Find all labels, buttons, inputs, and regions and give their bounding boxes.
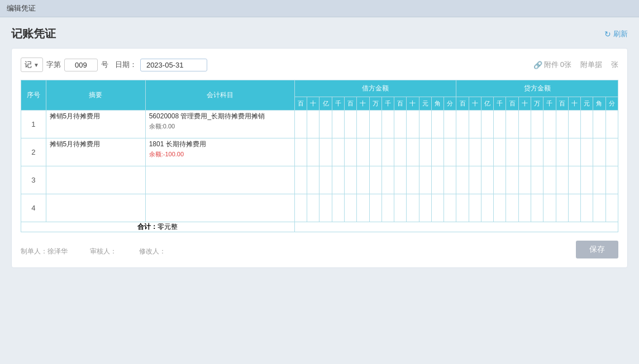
debit-value-9[interactable] (407, 138, 419, 166)
debit-value-9[interactable] (407, 166, 419, 194)
credit-value-5[interactable] (518, 111, 531, 138)
debit-value-6[interactable] (369, 166, 382, 194)
credit-value-0[interactable] (456, 166, 469, 194)
credit-value-6[interactable] (531, 111, 543, 138)
credit-value-9[interactable] (568, 194, 580, 222)
table-row[interactable]: 3 (21, 166, 618, 194)
credit-value-10[interactable] (581, 111, 593, 138)
debit-value-2[interactable] (320, 194, 332, 222)
row-account[interactable]: 56020008 管理费用_长期待摊费用摊销余额:0.00 (145, 111, 294, 138)
debit-value-1[interactable] (307, 138, 320, 166)
credit-value-3[interactable] (494, 111, 506, 138)
debit-value-3[interactable] (332, 138, 344, 166)
row-account[interactable]: 1801 长期待摊费用余额:-100.00 (145, 138, 294, 166)
debit-value-4[interactable] (345, 111, 357, 138)
credit-value-6[interactable] (531, 194, 543, 222)
debit-value-8[interactable] (394, 166, 407, 194)
credit-value-8[interactable] (556, 194, 568, 222)
debit-value-11[interactable] (431, 166, 444, 194)
debit-value-7[interactable] (382, 194, 394, 222)
debit-value-12[interactable] (444, 111, 456, 138)
debit-value-4[interactable] (345, 166, 357, 194)
credit-value-7[interactable] (543, 138, 556, 166)
credit-value-11[interactable] (593, 111, 605, 138)
debit-value-2[interactable] (320, 111, 332, 138)
debit-value-10[interactable] (419, 111, 431, 138)
credit-value-12[interactable] (605, 111, 618, 138)
credit-value-10[interactable] (581, 138, 593, 166)
credit-value-3[interactable] (494, 166, 506, 194)
credit-value-1[interactable] (469, 166, 481, 194)
debit-value-5[interactable] (357, 194, 369, 222)
debit-value-5[interactable] (357, 166, 369, 194)
credit-value-7[interactable] (543, 166, 556, 194)
credit-value-7[interactable] (543, 111, 556, 138)
debit-value-12[interactable] (444, 138, 456, 166)
debit-value-1[interactable] (307, 166, 320, 194)
table-row[interactable]: 1摊销5月待摊费用56020008 管理费用_长期待摊费用摊销余额:0.00 (21, 111, 618, 138)
debit-value-7[interactable] (382, 166, 394, 194)
credit-value-0[interactable] (456, 138, 469, 166)
row-account[interactable] (145, 166, 294, 194)
debit-value-6[interactable] (369, 194, 382, 222)
voucher-number-input[interactable] (64, 59, 98, 71)
credit-value-10[interactable] (581, 166, 593, 194)
row-summary[interactable] (46, 194, 145, 222)
credit-value-5[interactable] (518, 194, 531, 222)
debit-value-12[interactable] (444, 166, 456, 194)
debit-value-10[interactable] (419, 138, 431, 166)
debit-value-6[interactable] (369, 138, 382, 166)
credit-value-11[interactable] (593, 166, 605, 194)
credit-value-2[interactable] (481, 138, 493, 166)
attachment-link[interactable]: 🔗 附件 0张 (533, 60, 571, 70)
credit-value-4[interactable] (506, 111, 518, 138)
date-input[interactable] (140, 59, 207, 71)
voucher-type-select[interactable]: 记 ▼ (21, 58, 43, 72)
debit-value-11[interactable] (431, 111, 444, 138)
credit-value-3[interactable] (494, 138, 506, 166)
table-row[interactable]: 4 (21, 194, 618, 222)
credit-value-7[interactable] (543, 194, 556, 222)
debit-value-8[interactable] (394, 194, 407, 222)
debit-value-9[interactable] (407, 194, 419, 222)
credit-value-3[interactable] (494, 194, 506, 222)
credit-value-1[interactable] (469, 138, 481, 166)
debit-value-3[interactable] (332, 166, 344, 194)
credit-value-9[interactable] (568, 111, 580, 138)
debit-value-4[interactable] (345, 194, 357, 222)
debit-value-6[interactable] (369, 111, 382, 138)
credit-value-2[interactable] (481, 194, 493, 222)
debit-value-2[interactable] (320, 166, 332, 194)
debit-value-8[interactable] (394, 138, 407, 166)
credit-value-9[interactable] (568, 138, 580, 166)
credit-value-5[interactable] (518, 138, 531, 166)
debit-value-10[interactable] (419, 194, 431, 222)
debit-value-0[interactable] (294, 194, 307, 222)
debit-value-7[interactable] (382, 138, 394, 166)
debit-value-11[interactable] (431, 194, 444, 222)
debit-value-11[interactable] (431, 138, 444, 166)
credit-value-12[interactable] (605, 138, 618, 166)
row-summary[interactable]: 摊销5月待摊费用 (46, 138, 145, 166)
credit-value-4[interactable] (506, 194, 518, 222)
debit-value-7[interactable] (382, 111, 394, 138)
row-summary[interactable]: 摊销5月待摊费用 (46, 111, 145, 138)
row-summary[interactable] (46, 166, 145, 194)
credit-value-11[interactable] (593, 138, 605, 166)
credit-value-1[interactable] (469, 194, 481, 222)
credit-value-6[interactable] (531, 166, 543, 194)
credit-value-6[interactable] (531, 138, 543, 166)
refresh-button[interactable]: ↻ 刷新 (604, 29, 628, 39)
credit-value-0[interactable] (456, 194, 469, 222)
debit-value-3[interactable] (332, 111, 344, 138)
debit-value-0[interactable] (294, 138, 307, 166)
debit-value-9[interactable] (407, 111, 419, 138)
credit-value-12[interactable] (605, 166, 618, 194)
table-row[interactable]: 2摊销5月待摊费用1801 长期待摊费用余额:-100.00 (21, 138, 618, 166)
credit-value-8[interactable] (556, 138, 568, 166)
debit-value-10[interactable] (419, 166, 431, 194)
credit-value-11[interactable] (593, 194, 605, 222)
credit-value-8[interactable] (556, 166, 568, 194)
debit-value-1[interactable] (307, 111, 320, 138)
debit-value-12[interactable] (444, 194, 456, 222)
